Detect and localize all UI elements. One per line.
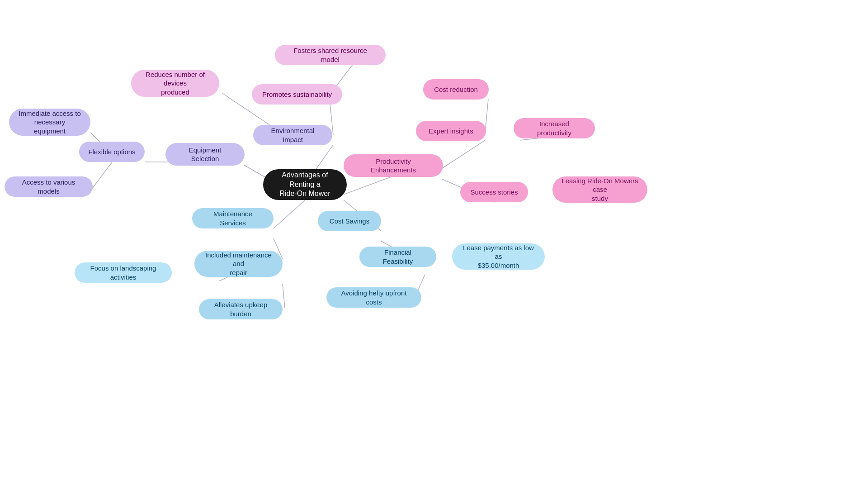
svg-line-3 — [90, 162, 112, 191]
mindmap-container: Advantages of Renting aRide-On Mower Equ… — [0, 0, 868, 490]
financial-feasibility-node[interactable]: Financial Feasibility — [359, 247, 436, 267]
svg-line-17 — [283, 284, 285, 308]
expert-insights-node[interactable]: Expert insights — [416, 121, 486, 141]
cost-reduction-node[interactable]: Cost reduction — [423, 79, 489, 100]
avoiding-upfront-node[interactable]: Avoiding hefty upfront costs — [326, 287, 421, 308]
productivity-node[interactable]: Productivity Enhancements — [344, 154, 443, 177]
included-maintenance-node[interactable]: Included maintenance andrepair — [194, 251, 283, 277]
center-node[interactable]: Advantages of Renting aRide-On Mower — [263, 169, 347, 200]
success-stories-node[interactable]: Success stories — [460, 182, 528, 202]
svg-line-8 — [344, 176, 393, 195]
immediate-access-node[interactable]: Immediate access tonecessary equipment — [9, 109, 90, 136]
alleviates-upkeep-node[interactable]: Alleviates upkeep burden — [199, 299, 283, 319]
cost-savings-node[interactable]: Cost Savings — [318, 211, 381, 231]
fosters-shared-node[interactable]: Fosters shared resource model — [275, 45, 386, 65]
leasing-case-study-node[interactable]: Leasing Ride-On Mowers casestudy — [552, 176, 647, 203]
flexible-options-node[interactable]: Flexible options — [79, 142, 145, 162]
connections-svg — [0, 0, 868, 490]
access-models-node[interactable]: Access to various models — [5, 176, 93, 197]
equipment-selection-node[interactable]: Equipment Selection — [165, 143, 245, 166]
increased-productivity-node[interactable]: Increased productivity — [514, 118, 595, 138]
environmental-impact-node[interactable]: Environmental Impact — [253, 125, 332, 145]
promotes-sustainability-node[interactable]: Promotes sustainability — [252, 84, 342, 105]
maintenance-services-node[interactable]: Maintenance Services — [192, 208, 274, 228]
focus-landscaping-node[interactable]: Focus on landscaping activities — [75, 262, 172, 283]
reduces-devices-node[interactable]: Reduces number of devicesproduced — [131, 70, 219, 97]
svg-line-9 — [442, 140, 485, 168]
lease-payments-node[interactable]: Lease payments as low as$35.00/month — [452, 243, 545, 270]
svg-line-14 — [274, 200, 305, 228]
